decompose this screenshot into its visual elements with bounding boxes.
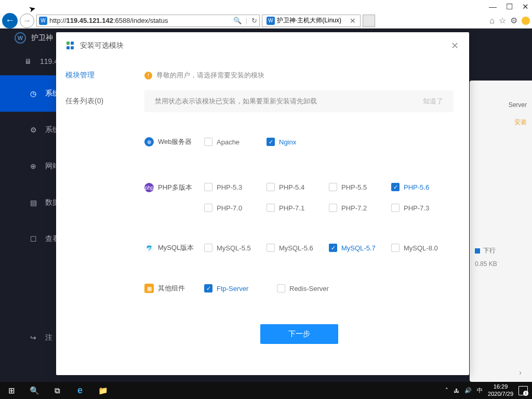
modal-close-button[interactable]: ✕ [451,40,459,51]
logout-icon: ↪ [29,333,38,342]
option-label: PHP-7.3 [404,204,429,212]
option-label: PHP-5.6 [404,183,429,191]
taskbar: ⊞ 🔍 ⧉ e 📁 ˄ 🖧 🔊 中 16:29 2020/7/29 [0,382,532,399]
option-ftpserver[interactable]: ✓Ftp-Server [204,284,277,292]
web-options: Apache✓Nginx [204,138,329,146]
search-button[interactable]: 🔍 [23,382,46,399]
option-php71[interactable]: PHP-7.1 [267,204,329,212]
option-mysql57[interactable]: ✓MySQL-5.7 [329,244,391,252]
modules-icon [66,42,75,50]
option-label: Apache [217,138,240,146]
checkbox-icon[interactable] [204,138,212,146]
checkbox-icon[interactable] [391,204,400,212]
option-mysql56[interactable]: MySQL-5.6 [267,244,329,252]
refresh-icon[interactable]: ↻ [251,17,257,24]
option-apache[interactable]: Apache [204,138,267,146]
next-button[interactable]: 下一步 [260,324,338,344]
home-icon[interactable]: ⌂ [489,16,495,25]
option-php56[interactable]: ✓PHP-5.6 [391,183,454,191]
option-label: MySQL-5.7 [341,244,376,252]
option-php54[interactable]: PHP-5.4 [267,183,329,191]
database-icon: ▤ [29,198,38,207]
maximize-button[interactable]: ☐ [506,2,513,11]
scroll-right-icon[interactable]: › [519,368,522,378]
notifications-icon[interactable] [518,386,528,395]
browser-tab[interactable]: W 护卫神·主机大师(Linux) ✕ [262,15,361,27]
info-bar: 禁用状态表示该模块已安装，如果要重新安装请先卸载 知道了 [144,90,454,112]
option-label: PHP-5.4 [279,183,304,191]
warning-icon: ! [144,72,152,79]
site-icon: W [39,17,47,25]
got-it-link[interactable]: 知道了 [423,97,443,106]
option-mysql80[interactable]: MySQL-8.0 [391,244,454,252]
ime-icon[interactable]: 中 [477,387,483,394]
tab-close-icon[interactable]: ✕ [350,17,356,25]
option-php53[interactable]: PHP-5.3 [204,183,267,191]
app-title: 护卫神 [31,33,53,43]
section-title: MySQL版本 [158,243,194,252]
search-icon[interactable]: 🔍 [233,17,242,24]
checkbox-icon[interactable] [267,204,275,212]
download-label: 下行 [475,246,527,255]
window-titlebar: — ☐ ✕ [0,0,532,13]
checkbox-icon[interactable]: ✓ [391,183,400,191]
new-tab-button[interactable] [363,15,375,27]
option-label: PHP-7.2 [341,204,367,212]
checkbox-icon[interactable]: ✓ [329,244,337,252]
network-icon[interactable]: 🖧 [454,388,459,394]
checkbox-icon[interactable] [267,244,275,252]
option-nginx[interactable]: ✓Nginx [267,138,329,146]
checkbox-icon[interactable] [277,284,285,292]
checkbox-icon[interactable] [329,204,337,212]
modal-nav: 模块管理 任务列表(0) [56,59,144,375]
explorer-button[interactable]: 📁 [91,382,114,399]
forward-button[interactable]: → [20,14,34,28]
settings-icon[interactable]: ⚙ [510,16,517,25]
close-button[interactable]: ✕ [522,2,529,11]
start-button[interactable]: ⊞ [0,382,23,399]
install-link[interactable]: 安装 [475,118,527,127]
option-php70[interactable]: PHP-7.0 [204,204,267,212]
nav-module-manage[interactable]: 模块管理 [56,71,144,97]
checkbox-icon[interactable] [204,244,212,252]
checkbox-icon[interactable] [204,183,212,191]
option-redisserver[interactable]: Redis-Server [277,284,350,292]
option-label: Nginx [279,138,296,146]
checkbox-icon[interactable] [391,244,400,252]
section-mysql: 🐬 MySQL版本 MySQL-5.5MySQL-5.6✓MySQL-5.7My… [144,243,454,252]
info-text: 禁用状态表示该模块已安装，如果要重新安装请先卸载 [155,97,317,106]
address-bar[interactable]: W http://119.45.121.142:6588/index/statu… [36,15,260,27]
favorites-icon[interactable]: ☆ [499,16,506,25]
notice-text: 尊敬的用户，请选择需要安装的模块 [156,71,264,80]
php-icon: php [144,183,154,192]
modal-title: 安装可选模块 [80,41,124,50]
tab-title: 护卫神·主机大师(Linux) [277,16,341,25]
tray-up-icon[interactable]: ˄ [445,387,448,394]
checkbox-icon[interactable] [204,204,212,212]
option-mysql55[interactable]: MySQL-5.5 [204,244,267,252]
nav-task-list[interactable]: 任务列表(0) [56,97,144,123]
ie-button[interactable]: e [69,382,91,399]
checkbox-icon[interactable]: ✓ [204,284,212,292]
option-php73[interactable]: PHP-7.3 [391,204,454,212]
feedback-icon[interactable] [522,17,530,25]
checkbox-icon[interactable] [267,183,275,191]
option-label: MySQL-8.0 [404,244,438,252]
clock[interactable]: 16:29 2020/7/29 [488,383,513,397]
checkbox-icon[interactable] [329,183,337,191]
taskview-button[interactable]: ⧉ [46,382,69,399]
option-php72[interactable]: PHP-7.2 [329,204,391,212]
section-title: PHP多版本 [158,183,192,192]
section-title: 其他组件 [158,284,185,293]
option-php55[interactable]: PHP-5.5 [329,183,391,191]
modal-content: ! 尊敬的用户，请选择需要安装的模块 禁用状态表示该模块已安装，如果要重新安装请… [144,59,469,375]
notice-bar: ! 尊敬的用户，请选择需要安装的模块 [144,71,454,80]
minimize-button[interactable]: — [489,2,497,11]
volume-icon[interactable]: 🔊 [464,387,472,394]
app-logo-icon: W [15,32,26,44]
option-label: PHP-5.3 [217,183,242,191]
option-label: MySQL-5.6 [279,244,313,252]
back-button[interactable]: ← [2,13,18,29]
mysql-icon: 🐬 [144,243,154,252]
checkbox-icon[interactable]: ✓ [267,138,275,146]
